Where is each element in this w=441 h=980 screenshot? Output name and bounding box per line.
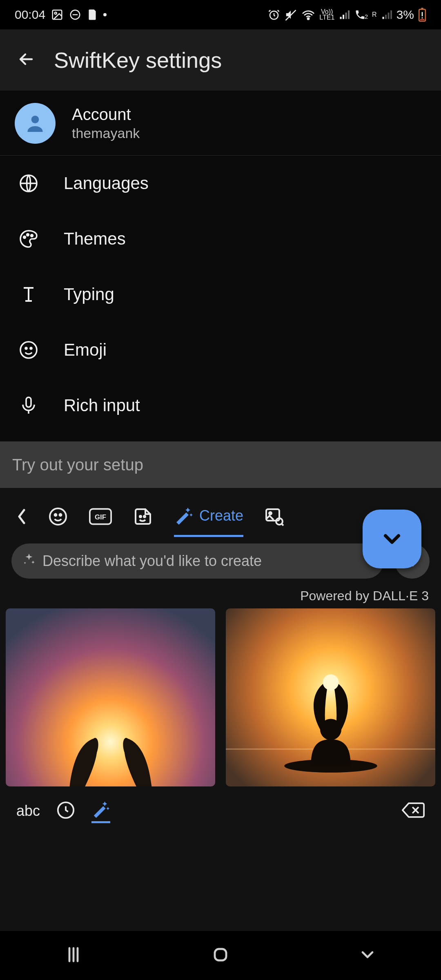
image-icon xyxy=(51,9,63,21)
collapse-keyboard-button[interactable] xyxy=(363,510,421,568)
gif-tab[interactable]: GIF xyxy=(89,496,112,537)
svg-point-4 xyxy=(307,18,309,20)
wifi-icon xyxy=(301,9,315,20)
sim-icon xyxy=(87,9,98,21)
svg-rect-9 xyxy=(422,18,423,19)
languages-item[interactable]: Languages xyxy=(0,156,441,211)
create-prompt-input[interactable]: Describe what you'd like to create xyxy=(11,543,384,579)
wand-mode-button[interactable] xyxy=(91,799,110,823)
rich-input-label: Rich input xyxy=(64,396,140,415)
create-tab[interactable]: Create xyxy=(174,496,243,537)
try-setup-field[interactable]: Try out your setup xyxy=(0,441,441,488)
sticker-tab[interactable] xyxy=(133,496,153,537)
battery-icon xyxy=(418,8,426,22)
image-search-tab[interactable] xyxy=(265,496,284,537)
app-bar: SwiftKey settings xyxy=(0,29,441,91)
try-setup-placeholder: Try out your setup xyxy=(12,456,143,474)
emoji-label: Emoji xyxy=(64,340,107,360)
svg-point-14 xyxy=(31,235,33,237)
svg-point-17 xyxy=(30,347,32,349)
mic-icon xyxy=(16,396,41,415)
keyboard-back-button[interactable] xyxy=(16,496,27,537)
svg-point-31 xyxy=(323,675,339,690)
more-indicator-icon xyxy=(103,13,107,16)
nav-back-button[interactable] xyxy=(358,945,377,966)
svg-point-24 xyxy=(140,516,141,517)
signal-1-icon xyxy=(339,9,350,20)
suggestion-grid xyxy=(0,608,441,786)
settings-list: Account themayank Languages Themes Typin… xyxy=(0,91,441,441)
status-bar: 00:04 Vo))LTE1 2 R xyxy=(0,0,441,29)
create-tab-label: Create xyxy=(199,507,243,524)
avatar xyxy=(15,103,56,144)
svg-point-15 xyxy=(20,342,37,358)
svg-point-1 xyxy=(55,12,57,14)
typing-label: Typing xyxy=(64,285,114,304)
emoji-icon xyxy=(16,340,41,360)
account-username: themayank xyxy=(72,125,140,141)
svg-rect-18 xyxy=(26,397,31,407)
svg-point-19 xyxy=(50,508,66,525)
svg-point-10 xyxy=(31,116,39,123)
powered-by-text: Powered by DALL·E 3 xyxy=(0,586,441,608)
svg-point-16 xyxy=(25,347,27,349)
create-wand-icon xyxy=(174,505,194,526)
status-right: Vo))LTE1 2 R 3% xyxy=(268,8,426,22)
svg-point-12 xyxy=(24,236,26,238)
history-button[interactable] xyxy=(56,801,75,821)
palette-icon xyxy=(16,229,41,249)
keyboard-bottom-row: abc xyxy=(0,786,441,835)
alarm-icon xyxy=(268,9,280,21)
abc-button[interactable]: abc xyxy=(16,802,40,820)
languages-label: Languages xyxy=(64,174,149,193)
emoji-item[interactable]: Emoji xyxy=(0,322,441,378)
account-title: Account xyxy=(72,105,140,124)
status-left: 00:04 xyxy=(15,8,107,22)
themes-item[interactable]: Themes xyxy=(0,211,441,267)
svg-point-21 xyxy=(60,514,62,516)
svg-rect-33 xyxy=(215,949,226,960)
svg-rect-6 xyxy=(421,8,423,9)
status-time: 00:04 xyxy=(15,8,45,22)
signal-2-icon xyxy=(381,9,392,20)
svg-point-20 xyxy=(55,514,57,516)
page-title: SwiftKey settings xyxy=(54,47,222,73)
recents-button[interactable] xyxy=(64,945,83,966)
svg-text:GIF: GIF xyxy=(95,513,106,521)
svg-point-25 xyxy=(144,516,145,517)
wifi-calling-icon: 2 xyxy=(354,9,368,20)
battery-text: 3% xyxy=(396,8,414,22)
svg-rect-8 xyxy=(422,12,423,16)
svg-point-27 xyxy=(269,512,272,514)
do-not-disturb-icon xyxy=(69,9,81,21)
sparkle-icon xyxy=(22,552,36,570)
globe-icon xyxy=(16,174,41,193)
svg-point-13 xyxy=(27,234,29,236)
create-prompt-placeholder: Describe what you'd like to create xyxy=(42,552,262,570)
suggestion-image-2[interactable] xyxy=(226,608,435,786)
typing-item[interactable]: Typing xyxy=(0,267,441,322)
backspace-button[interactable] xyxy=(402,801,425,821)
emoji-tab[interactable] xyxy=(48,496,68,537)
themes-label: Themes xyxy=(64,229,126,249)
mute-icon xyxy=(284,9,297,21)
signal-2-label: R xyxy=(372,11,377,18)
back-button[interactable] xyxy=(16,49,36,71)
suggestion-image-1[interactable] xyxy=(6,608,215,786)
volte-icon: Vo))LTE1 xyxy=(319,9,334,20)
system-nav-bar xyxy=(0,931,441,980)
account-row[interactable]: Account themayank xyxy=(0,91,441,156)
home-button[interactable] xyxy=(211,945,230,966)
typing-icon xyxy=(16,285,41,304)
rich-input-item[interactable]: Rich input xyxy=(0,378,441,433)
svg-rect-7 xyxy=(420,19,424,20)
